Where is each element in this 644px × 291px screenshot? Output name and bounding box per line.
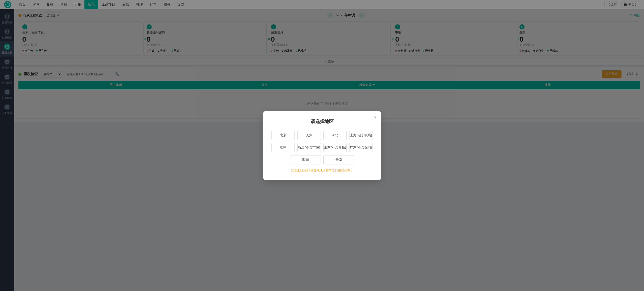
region-row3: 海南云南: [271, 155, 373, 164]
region-btn-浙江(不含宁波)[interactable]: 浙江(不含宁波): [297, 143, 321, 152]
region-btn-天津[interactable]: 天津: [297, 131, 321, 140]
modal-close-button[interactable]: ×: [374, 115, 377, 120]
region-btn-海南[interactable]: 海南: [290, 155, 321, 164]
region-grid-row1: 北京天津河北上海(电子税局): [271, 131, 373, 140]
modal-title: 请选择地区: [271, 118, 373, 125]
region-btn-上海(电子税局)[interactable]: 上海(电子税局): [349, 131, 373, 140]
region-btn-广东(不含深圳)[interactable]: 广东(不含深圳): [349, 143, 373, 152]
region-select-modal: × 请选择地区 北京天津河北上海(电子税局) 江苏浙江(不含宁波)山东(不含青岛…: [263, 111, 381, 180]
region-btn-山东(不含青岛)[interactable]: 山东(不含青岛): [323, 143, 347, 152]
region-btn-江苏[interactable]: 江苏: [271, 143, 295, 152]
warning-icon: ⓘ: [291, 169, 294, 173]
region-grid-row2: 江苏浙江(不含宁波)山东(不含青岛)广东(不含深圳): [271, 143, 373, 152]
modal-overlay: × 请选择地区 北京天津河北上海(电子税局) 江苏浙江(不含宁波)山东(不含青岛…: [0, 0, 644, 291]
region-btn-河北[interactable]: 河北: [323, 131, 347, 140]
region-btn-北京[interactable]: 北京: [271, 131, 295, 140]
region-btn-云南[interactable]: 云南: [323, 155, 354, 164]
warning-text: ⓘ 除以上地区外其他地区暂不支持报税检查！: [271, 169, 373, 173]
